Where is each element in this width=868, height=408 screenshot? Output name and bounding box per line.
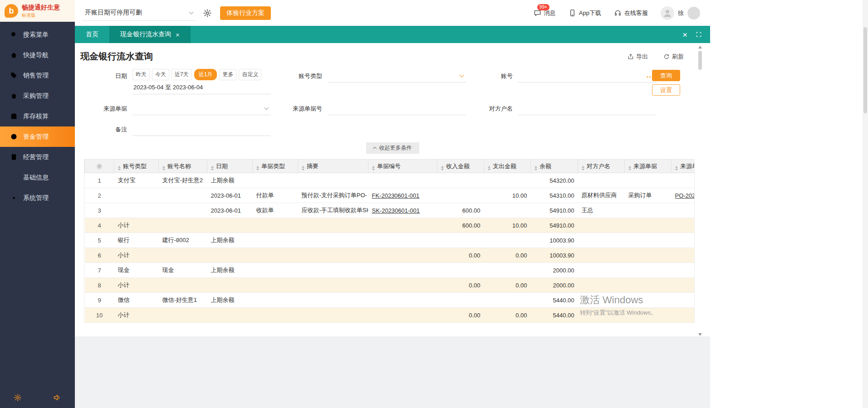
scrollbar-thumb[interactable] [698,51,702,70]
content-scrollbar[interactable] [697,46,703,336]
sort-icon[interactable] [372,166,375,170]
cell-rowno: 2 [85,188,114,203]
export-button[interactable]: 导出 [628,53,648,61]
cell-account-type [114,203,159,218]
refresh-button[interactable]: 刷新 [663,53,684,61]
app-download-button[interactable]: App下载 [569,9,601,17]
cell-doc-no [368,308,437,323]
column-header[interactable]: 账号类型 [114,160,159,173]
table-row[interactable]: 22023-06-01付款单预付款-支付采购订单PO-FK-20230601-0… [85,188,695,203]
doc-link[interactable]: FK-20230601-001 [372,192,420,199]
date-option-chip[interactable]: 昨天 [132,69,150,80]
table-row[interactable]: 9微信微信-好生意1上期余额5440.00 [85,293,695,308]
sidebar-item-quick-nav[interactable]: 快捷导航 [0,45,75,65]
column-header[interactable]: 对方户名 [578,160,625,173]
sidebar-item-inventory[interactable]: 库存核算 [0,106,75,126]
fullscreen-icon[interactable] [696,31,702,38]
sort-icon[interactable] [675,166,678,170]
sidebar-item-sales[interactable]: 销售管理 [0,65,75,86]
sort-icon[interactable] [535,166,537,170]
column-header[interactable]: 单据编号 [368,160,437,173]
sidebar-item-purchase[interactable]: 采购管理 [0,86,75,106]
topbar-settings-gear-icon[interactable] [203,9,212,18]
messages-button[interactable]: 99+ 消息 [534,9,556,17]
column-header[interactable]: 支出金额 [484,160,531,173]
table-row[interactable]: 7现金现金上期余额2000.00 [85,263,695,278]
browser-scrollbar[interactable] [863,0,868,408]
online-service-button[interactable]: 在线客服 [614,9,648,17]
account-type-select[interactable] [328,69,466,83]
column-header[interactable]: 日期 [207,160,253,173]
cell-counterparty [578,308,625,323]
filter-settings-button[interactable]: 设置 [652,84,680,96]
column-header[interactable]: 单据类型 [253,160,298,173]
column-header[interactable]: 摘要 [298,160,368,173]
table-row[interactable]: 1支付宝支付宝-好生意2上期余额54320.00 [85,173,695,188]
sidebar-footer [0,387,75,408]
date-option-chip[interactable]: 更多 [219,69,236,80]
column-header[interactable]: 账号名称 [159,160,207,173]
scroll-down-icon[interactable] [698,333,702,336]
date-option-chip[interactable]: 近1月 [194,69,217,80]
sort-icon[interactable] [256,166,259,170]
tab-close-icon[interactable]: × [176,31,180,38]
sidebar-settings-gear-icon[interactable] [14,393,22,402]
source-doc-no-input[interactable] [328,102,466,115]
table-row[interactable]: 5银行建行-8002上期余额10003.90 [85,233,695,248]
column-header[interactable]: 收入金额 [437,160,484,173]
cell-rowno: 8 [85,278,114,293]
cell-expense: 10.00 [484,218,531,233]
table-row-subtotal[interactable]: 10小计0.000.005440.00 [85,308,695,323]
sidebar-item-search-menu[interactable]: 搜索菜单 [0,24,75,45]
brand-name: 畅捷通好生意 [22,4,60,12]
sort-icon[interactable] [302,166,304,170]
sidebar-item-funds[interactable]: 资金管理 [0,126,75,147]
doc-link[interactable]: SK-20230601-001 [372,207,420,214]
cell-summary: 预付款-支付采购订单PO- [298,188,368,203]
sort-icon[interactable] [211,166,214,170]
table-row-subtotal[interactable]: 4小计600.0010.0054910.00 [85,218,695,233]
account-set-select[interactable]: 开账日期可停用可删 [82,5,196,21]
sidebar-item-business[interactable]: 经营管理 [0,147,75,167]
sort-icon[interactable] [488,166,490,170]
counterparty-input[interactable] [518,102,657,115]
sort-icon[interactable] [441,166,444,170]
remark-input[interactable] [132,122,271,136]
user-menu[interactable]: 徐 [661,6,700,20]
trial-plan-button[interactable]: 体验行业方案 [220,6,271,20]
collapse-conditions-button[interactable]: 收起更多条件 [366,142,419,154]
cell-source-doc-no [672,308,695,323]
close-tabs-icon[interactable]: × [682,30,687,39]
query-button[interactable]: 查询 [652,70,680,81]
table-settings-gear-icon[interactable] [96,163,103,170]
cell-source-doc [625,233,672,248]
announcement-speaker-icon[interactable] [53,393,61,402]
scroll-up-icon[interactable] [698,46,702,49]
column-header[interactable]: 余额 [531,160,578,173]
cell-balance: 54910.00 [531,203,578,218]
tab-cash-bank-flow[interactable]: 现金银行流水查询 × [109,26,191,43]
column-header[interactable]: 来源单据 [625,160,672,173]
column-settings-header[interactable] [85,160,114,173]
app-download-icon [569,9,576,17]
browser-scrollbar-thumb[interactable] [863,27,867,113]
sort-icon[interactable] [628,166,631,170]
table-row-subtotal[interactable]: 8小计0.000.002000.00 [85,278,695,293]
sidebar-item-system[interactable]: 系统管理 [0,188,75,208]
sort-icon[interactable] [118,166,121,170]
date-option-chip[interactable]: 近7天 [172,69,192,80]
date-option-chip[interactable]: 今天 [152,69,169,80]
sort-icon[interactable] [582,166,584,170]
date-option-chip[interactable]: 自定义 [239,69,261,80]
account-picker-field[interactable]: ... [518,69,657,83]
date-range-value[interactable]: 2023-05-04 至 2023-06-04 [132,82,271,94]
tab-home[interactable]: 首页 [75,26,109,43]
column-header[interactable]: 来源单据号 [672,160,695,173]
source-doc-select[interactable] [132,102,271,115]
table-row-subtotal[interactable]: 6小计0.000.0010003.90 [85,248,695,263]
sort-icon[interactable] [162,166,165,170]
table-row[interactable]: 32023-06-01收款单应收款-手工填制收款单SHSK-20230601-0… [85,203,695,218]
cell-counterparty [578,173,625,188]
sidebar-item-basic-info[interactable]: 基础信息 [0,167,75,188]
doc-link[interactable]: PO-20230601-001 [675,192,695,199]
